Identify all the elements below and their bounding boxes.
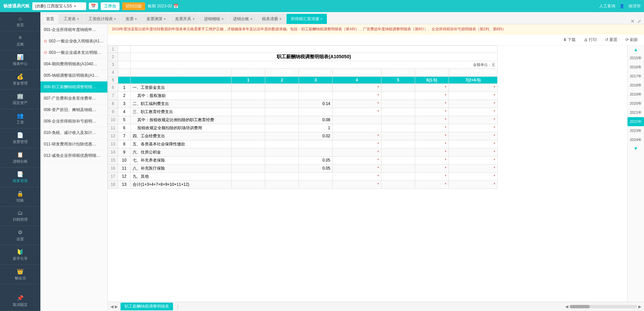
col-d-num: 2	[265, 76, 299, 83]
left-item-005[interactable]: 005-纳税调整项目明细表(A1…	[40, 70, 107, 81]
left-item-009[interactable]: 009-企业所得税弥补亏损明…	[40, 116, 107, 127]
tab-close-income-tax[interactable]: ×	[320, 17, 323, 21]
download-button[interactable]: ⬇ 下载	[561, 36, 578, 44]
print-button[interactable]: 🖨 打印	[582, 36, 599, 44]
tab-close-all[interactable]: ✕	[631, 19, 635, 24]
nav-left[interactable]: ◀	[110, 304, 113, 309]
year-2022[interactable]: 2022年	[628, 117, 644, 126]
left-item-002[interactable]: ⊙ 002-一般企业收入明细表(A1…	[40, 36, 107, 47]
sidebar-item-closing[interactable]: 🔒 结账	[0, 187, 40, 207]
left-item-003[interactable]: ⊙ 003-一般企业成本支出明细…	[40, 47, 107, 59]
table-header-row: 4 行次 项 目 账载全额 支乐友生熏 税收规定扣除率 以前年度累计结转扣除额 …	[108, 68, 498, 76]
tab-close-sales[interactable]: ×	[250, 17, 252, 21]
sidebar-item-tax[interactable]: 📑 税务管理	[0, 168, 40, 187]
sidebar-item-label: 取消固定	[13, 302, 28, 307]
tab-close-payroll[interactable]: ×	[77, 17, 79, 21]
company-selector[interactable]: (勿删) 江西股宝-LSS ▼	[32, 2, 86, 10]
reset-icon: ↺	[605, 37, 608, 42]
year-2020[interactable]: 2020年	[628, 99, 644, 108]
left-item-007[interactable]: 007-广告费和业务宣传费举…	[40, 93, 107, 104]
reset-button[interactable]: ↺ 重置	[603, 36, 619, 44]
year-2024[interactable]: 2024年	[628, 135, 644, 144]
tab-close-invoice-calc[interactable]: ×	[164, 17, 166, 21]
work-area: 001-企业所得税年度纳税申… ⊙ 002-一般企业收入明细表(A1… ⊙ 00…	[40, 24, 644, 311]
workbench-button[interactable]: 工作台	[101, 2, 120, 10]
tab-home[interactable]: 首页	[42, 14, 59, 24]
scroll-left-btn[interactable]: ◀	[565, 304, 568, 309]
left-item-006[interactable]: 006-职工薪酬纳税调整明细…	[40, 81, 107, 93]
col-g-num: 5	[381, 76, 415, 83]
tab-close-payroll-stats[interactable]: ×	[114, 17, 116, 21]
sidebar-item-unpin[interactable]: 📌 取消固定	[0, 291, 40, 311]
refresh-button[interactable]: ⟳ 刷新	[623, 36, 640, 44]
left-item-004[interactable]: 004-期间费用明细表(A1040…	[40, 59, 107, 70]
tab-close-verify[interactable]: ×	[222, 17, 224, 21]
bottom-dots[interactable]: ⋮	[176, 304, 180, 309]
col-a-header: 行次	[118, 68, 131, 76]
user-service[interactable]: 人工客询	[599, 3, 615, 9]
scroll-right-btn[interactable]: ▶	[638, 304, 641, 309]
tab-verify[interactable]: 进销稽核 ×	[200, 14, 228, 24]
home-icon: ⌂	[19, 15, 22, 22]
sidebar-item-sales-ledger[interactable]: 📋 进销台账	[0, 148, 40, 168]
year-panel: ▲ 2015年 2016年 2017年 2018年 2019年 2020年 20…	[627, 45, 644, 302]
left-item-010[interactable]: 010-免税、减计收入及加计…	[40, 127, 107, 139]
sidebar-item-member[interactable]: 👑 畅会员	[0, 265, 40, 284]
warn-icon-002: ⊙	[44, 39, 47, 43]
sidebar-item-archive[interactable]: 🗂 归档管理	[0, 207, 40, 226]
sidebar-item-label: 工资	[16, 120, 24, 125]
col-g-header: 税收金额	[381, 68, 415, 76]
left-item-001[interactable]: 001-企业所得税年度纳税申…	[40, 24, 107, 36]
tab-invoice[interactable]: 发票 ×	[121, 14, 141, 24]
year-down-button[interactable]: ▼	[632, 144, 640, 152]
col-f-num: 4	[333, 76, 381, 83]
year-2016[interactable]: 2016年	[628, 63, 644, 72]
sidebar-item-label: 资金管理	[13, 81, 28, 86]
calendar-icon-btn[interactable]: 📅	[89, 3, 98, 9]
tab-invoice-issue[interactable]: 发票开具 ×	[171, 14, 199, 24]
sidebar-item-payroll[interactable]: 👥 工资	[0, 109, 40, 129]
left-item-008[interactable]: 008-资产折旧、摊销及纳税…	[40, 104, 107, 116]
col-e-num: 3	[299, 76, 333, 83]
nav-right[interactable]: ▶	[115, 304, 118, 309]
col-d-header: 支乐友生熏	[265, 68, 299, 76]
sidebar-item-fixed-assets[interactable]: 🏢 固定资产	[0, 90, 40, 109]
col-e-header: 税收规定扣除率	[299, 68, 333, 76]
switch-version-button[interactable]: 切到旧版	[122, 2, 145, 10]
bottom-tab-payroll[interactable]: 职工薪酬纳税调整明细表	[121, 303, 173, 310]
tab-close-invoice[interactable]: ×	[135, 17, 137, 21]
sidebar-item-general-ledger[interactable]: ≡ 总账	[0, 31, 40, 50]
sidebar-item-label: 发票管理	[13, 139, 28, 144]
tab-income-tax[interactable]: 所得税汇算清缴 ×	[286, 14, 327, 24]
left-item-012[interactable]: 012-减免企业所得税优惠明细…	[40, 150, 107, 162]
year-up-button[interactable]: ▲	[632, 45, 640, 54]
year-2015[interactable]: 2015年	[628, 54, 644, 63]
year-2018[interactable]: 2018年	[628, 81, 644, 90]
sidebar-item-settings[interactable]: ⚙ 设置	[0, 226, 40, 245]
sidebar-item-report-center[interactable]: 📊 报表中心	[0, 50, 40, 70]
tab-close-invoice-issue[interactable]: ×	[193, 17, 195, 21]
table-title: 职工薪酬纳税调整明细表(A105050)	[131, 53, 498, 61]
sidebar-item-capital[interactable]: 💰 资金管理	[0, 70, 40, 90]
sales-icon: 📋	[17, 151, 24, 158]
spreadsheet[interactable]: 1 2 职工薪酬纳税调整明细表(A105050)	[108, 45, 627, 302]
tab-invoice-calc[interactable]: 发票测算 ×	[142, 14, 170, 24]
sidebar-item-home[interactable]: ⌂ 首页	[0, 12, 40, 31]
year-2023[interactable]: 2023年	[628, 126, 644, 135]
year-2017[interactable]: 2017年	[628, 72, 644, 81]
warn-icon-003: ⊙	[44, 50, 47, 55]
tab-payroll[interactable]: 工资表 ×	[59, 14, 83, 24]
guide-icon: 🔰	[17, 249, 24, 255]
settings-icon: ⚙	[18, 229, 23, 236]
tab-expand[interactable]: ⤢	[637, 19, 641, 24]
tab-payroll-stats[interactable]: 工资统计报表 ×	[84, 14, 121, 24]
tab-close-tax-book[interactable]: ×	[279, 17, 281, 21]
sidebar-item-guide[interactable]: 🔰 新手引导	[0, 245, 40, 265]
pin-icon: 📌	[17, 295, 24, 301]
year-2021[interactable]: 2021年	[628, 108, 644, 117]
tab-tax-book[interactable]: 税表清册 ×	[258, 14, 286, 24]
tab-sales[interactable]: 进销台账 ×	[229, 14, 257, 24]
year-2019[interactable]: 2019年	[628, 90, 644, 99]
sidebar-item-invoice[interactable]: 📄 发票管理	[0, 129, 40, 148]
left-item-011[interactable]: 011-研发费用加计扣除优惠…	[40, 139, 107, 150]
